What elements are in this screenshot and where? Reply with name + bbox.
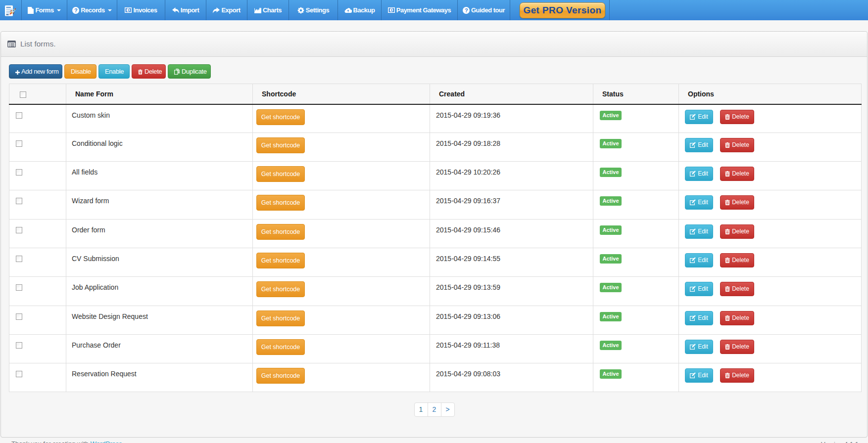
svg-text:1: 1 [390, 8, 392, 12]
svg-text:?: ? [465, 7, 468, 13]
svg-text:?: ? [74, 7, 78, 13]
svg-text:1: 1 [128, 8, 130, 12]
